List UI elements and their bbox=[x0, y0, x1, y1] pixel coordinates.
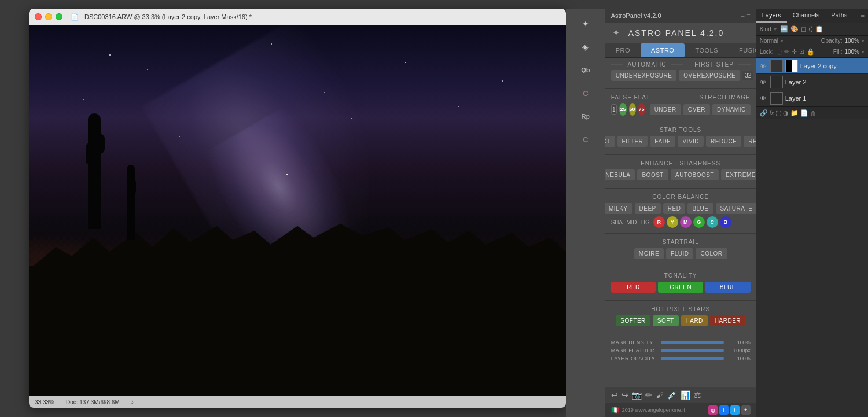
layer2copy-visibility[interactable]: 👁 bbox=[760, 62, 768, 69]
twitter-icon[interactable]: t bbox=[730, 405, 740, 415]
saturate-btn[interactable]: SATURATE bbox=[716, 203, 756, 214]
layer-icon-4[interactable]: ⟨⟩ bbox=[808, 25, 813, 33]
paths-tab[interactable]: Paths bbox=[825, 9, 853, 23]
milky-btn[interactable]: MILKY bbox=[605, 203, 632, 214]
maximize-button[interactable] bbox=[56, 13, 62, 20]
extreme-btn[interactable]: EXTREME bbox=[721, 169, 756, 180]
boost-btn[interactable]: BOOST bbox=[637, 169, 668, 180]
tonality-green-btn[interactable]: GREEN bbox=[658, 282, 703, 293]
fade-btn[interactable]: FADE bbox=[650, 136, 675, 147]
layer2-visibility[interactable]: 👁 bbox=[760, 79, 768, 86]
minimize-button[interactable] bbox=[45, 13, 52, 20]
sidebar-icon-diamond[interactable]: ◈ bbox=[574, 36, 597, 57]
lock-image-icon[interactable]: ✏ bbox=[784, 48, 789, 56]
instagram-icon[interactable]: ig bbox=[708, 405, 718, 415]
panel-content[interactable]: AUTOMATIC FIRST STEP UNDEREXPOSURE OVERE… bbox=[605, 58, 756, 387]
lock-artboard-icon[interactable]: ⊡ bbox=[799, 48, 804, 56]
lock-all-icon[interactable]: 🔒 bbox=[807, 48, 815, 56]
dynamic-btn[interactable]: DYNAMIC bbox=[712, 104, 751, 115]
red-btn[interactable]: RED bbox=[663, 203, 686, 214]
lock-move-icon[interactable]: ✛ bbox=[792, 48, 797, 56]
facebook-icon[interactable]: f bbox=[719, 405, 729, 415]
normal-blend[interactable]: Normal bbox=[760, 38, 778, 44]
redo-icon[interactable]: ↪ bbox=[621, 390, 628, 400]
over-btn[interactable]: OVER bbox=[683, 104, 710, 115]
sidebar-icon-qb[interactable]: Qb bbox=[574, 60, 597, 80]
circle-c[interactable]: C bbox=[707, 216, 718, 228]
layer-item-layer2copy[interactable]: 👁 Layer 2 copy bbox=[756, 58, 868, 74]
fx-icon[interactable]: fx bbox=[770, 110, 774, 116]
filter-btn[interactable]: FILTER bbox=[617, 136, 648, 147]
mask-feather-bar[interactable] bbox=[661, 349, 724, 352]
link-layers-icon[interactable]: 🔗 bbox=[760, 109, 768, 117]
edit-icon[interactable]: ✏ bbox=[645, 390, 652, 400]
deep-btn[interactable]: DEEP bbox=[635, 203, 661, 214]
camera-icon[interactable]: 📷 bbox=[632, 390, 642, 400]
circle-y[interactable]: Y bbox=[667, 216, 678, 228]
layer1-visibility[interactable]: 👁 bbox=[760, 95, 768, 102]
sidebar-icon-c2[interactable]: C bbox=[574, 129, 597, 150]
reduce-btn[interactable]: REDUCE bbox=[706, 136, 741, 147]
vivid-btn[interactable]: VIVID bbox=[678, 136, 704, 147]
brush-icon[interactable]: 🖌 bbox=[656, 390, 664, 400]
tab-tools[interactable]: TOOLS bbox=[685, 43, 729, 57]
mask-density-bar[interactable] bbox=[661, 341, 724, 344]
harder-btn[interactable]: HARDER bbox=[710, 315, 745, 326]
circle-m[interactable]: M bbox=[680, 216, 692, 228]
tab-pro[interactable]: PRO bbox=[605, 43, 641, 57]
sidebar-icon-c1[interactable]: C bbox=[574, 83, 597, 104]
false-flat-25[interactable]: 25 bbox=[619, 103, 626, 116]
layer-opacity-bar[interactable] bbox=[661, 357, 724, 360]
new-adjustment-icon[interactable]: ◑ bbox=[783, 109, 789, 117]
tonality-blue-btn[interactable]: BLUE bbox=[705, 282, 751, 293]
nebula-btn[interactable]: NEBULA bbox=[605, 169, 635, 180]
channels-tab[interactable]: Channels bbox=[787, 9, 825, 23]
layers-tab[interactable]: Layers bbox=[756, 9, 787, 23]
new-layer-icon[interactable]: 📄 bbox=[800, 109, 808, 117]
color-startrail-btn[interactable]: COLOR bbox=[696, 248, 727, 259]
circle-g[interactable]: G bbox=[693, 216, 705, 228]
panel-collapse-btn[interactable]: – bbox=[741, 12, 744, 19]
sidebar-icon-rp[interactable]: Rp bbox=[574, 106, 597, 127]
panel-menu-btn[interactable]: ≡ bbox=[746, 12, 750, 19]
layer-icon-1[interactable]: 🔤 bbox=[780, 25, 788, 33]
fill-value[interactable]: 100% bbox=[844, 49, 859, 55]
moire-btn[interactable]: MOIRÉ bbox=[634, 248, 664, 259]
circle-b[interactable]: B bbox=[720, 216, 731, 228]
sidebar-icon-star[interactable]: ✦ bbox=[574, 13, 597, 34]
hard-btn[interactable]: HARD bbox=[681, 315, 708, 326]
lock-transparent-icon[interactable]: ⬚ bbox=[776, 48, 782, 56]
autoboost-btn[interactable]: AUTOBOOST bbox=[671, 169, 719, 180]
soft-btn[interactable]: SOFT bbox=[653, 315, 679, 326]
remove-btn[interactable]: REMOVE bbox=[744, 136, 756, 147]
layers-panel-menu[interactable]: ≡ bbox=[858, 9, 868, 23]
add-mask-icon[interactable]: ⬚ bbox=[775, 109, 781, 117]
other-icon[interactable]: + bbox=[741, 405, 751, 415]
layer-item-layer1[interactable]: 👁 Layer 1 bbox=[756, 90, 868, 106]
underexposure-btn[interactable]: UNDEREXPOSURE bbox=[611, 70, 677, 81]
delete-layer-icon[interactable]: 🗑 bbox=[810, 110, 816, 117]
histogram-icon[interactable]: 📊 bbox=[681, 390, 690, 400]
eyedropper-icon[interactable]: 💉 bbox=[667, 390, 677, 400]
scale-icon[interactable]: ⚖ bbox=[694, 390, 701, 400]
false-flat-75[interactable]: 75 bbox=[638, 103, 645, 116]
fluid-btn[interactable]: FLUID bbox=[666, 248, 693, 259]
circle-r[interactable]: R bbox=[653, 216, 665, 228]
undo-icon[interactable]: ↩ bbox=[611, 390, 618, 400]
false-flat-num[interactable]: 1 bbox=[611, 104, 617, 115]
tab-fusion[interactable]: FUSION bbox=[729, 43, 756, 57]
layer-item-layer2[interactable]: 👁 Layer 2 bbox=[756, 74, 868, 90]
opacity-value[interactable]: 100% bbox=[844, 38, 859, 44]
false-flat-50[interactable]: 50 bbox=[629, 103, 636, 116]
overexposure-btn[interactable]: OVEREXPOSURE bbox=[679, 70, 740, 81]
tab-astro[interactable]: ASTRO bbox=[641, 43, 685, 57]
select-btn[interactable]: SELECT bbox=[605, 136, 615, 147]
new-group-icon[interactable]: 📁 bbox=[790, 109, 799, 117]
blue-btn[interactable]: BLUE bbox=[687, 203, 713, 214]
image-canvas[interactable] bbox=[29, 25, 566, 396]
layer-icon-5[interactable]: 📋 bbox=[815, 25, 823, 33]
close-button[interactable] bbox=[35, 13, 42, 20]
layer-icon-3[interactable]: ◻ bbox=[801, 25, 806, 33]
forward-arrow[interactable]: › bbox=[131, 398, 134, 406]
softer-btn[interactable]: SOFTER bbox=[616, 315, 650, 326]
